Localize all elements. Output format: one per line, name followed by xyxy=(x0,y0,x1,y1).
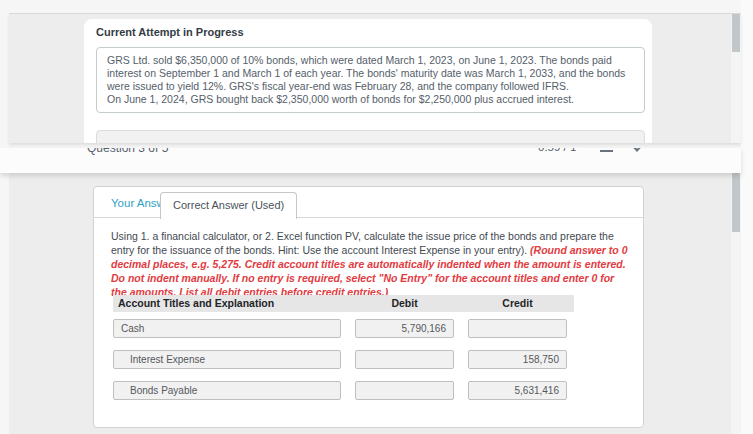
menu-icon[interactable] xyxy=(600,148,613,153)
account-title-field[interactable]: Cash xyxy=(113,319,341,338)
credit-amount-field[interactable] xyxy=(468,319,567,338)
answer-tabs: Your Answer Correct Answer (Used) xyxy=(94,187,643,218)
question-bar: Question 3 of 5 0.59 / 1 xyxy=(0,148,741,173)
debit-amount-field[interactable] xyxy=(355,350,454,369)
question-instructions: Using 1. a financial calculator, or 2. E… xyxy=(111,229,632,299)
credit-amount-field[interactable]: 5,631,416 xyxy=(468,381,567,400)
problem-paragraph-2: On June 1, 2024, GRS bought back $2,350,… xyxy=(107,93,634,106)
current-attempt-card: Current Attempt in Progress GRS Ltd. sol… xyxy=(84,19,652,143)
tab-correct-answer[interactable]: Correct Answer (Used) xyxy=(160,192,297,219)
answer-panel-scrollbar[interactable] xyxy=(731,152,741,434)
header-debit: Debit xyxy=(355,297,454,309)
credit-amount-field[interactable]: 158,750 xyxy=(468,350,567,369)
current-attempt-panel: Current Attempt in Progress GRS Ltd. sol… xyxy=(9,13,741,143)
header-account-titles: Account Titles and Explanation xyxy=(118,297,274,309)
debit-amount-field[interactable]: 5,790,166 xyxy=(355,319,454,338)
table-row: Cash 5,790,166 xyxy=(113,312,574,343)
page-right-margin xyxy=(741,0,753,434)
debit-amount-field[interactable] xyxy=(355,381,454,400)
collapsed-section-bar[interactable] xyxy=(96,130,645,143)
answer-panel: Your Answer Correct Answer (Used) Using … xyxy=(9,152,741,434)
answer-card: Your Answer Correct Answer (Used) Using … xyxy=(93,186,644,428)
question-title: Question 3 of 5 xyxy=(87,148,168,155)
table-row: Interest Expense 158,750 xyxy=(113,343,574,374)
problem-statement: GRS Ltd. sold $6,350,000 of 10% bonds, w… xyxy=(96,47,645,113)
top-panel-scrollbar-thumb[interactable] xyxy=(732,14,740,52)
account-title-field[interactable]: Interest Expense xyxy=(113,350,341,369)
chevron-down-icon[interactable] xyxy=(633,148,641,150)
question-score: 0.59 / 1 xyxy=(538,148,576,153)
journal-entry-table: Account Titles and Explanation Debit Cre… xyxy=(113,295,574,405)
current-attempt-heading: Current Attempt in Progress xyxy=(96,26,244,38)
page: Current Attempt in Progress GRS Ltd. sol… xyxy=(0,0,753,434)
problem-paragraph-1: GRS Ltd. sold $6,350,000 of 10% bonds, w… xyxy=(107,54,634,93)
account-title-field[interactable]: Bonds Payable xyxy=(113,381,341,400)
top-panel-scrollbar[interactable] xyxy=(731,14,741,143)
journal-table-header: Account Titles and Explanation Debit Cre… xyxy=(113,295,574,312)
table-row: Bonds Payable 5,631,416 xyxy=(113,374,574,405)
header-credit: Credit xyxy=(468,297,567,309)
